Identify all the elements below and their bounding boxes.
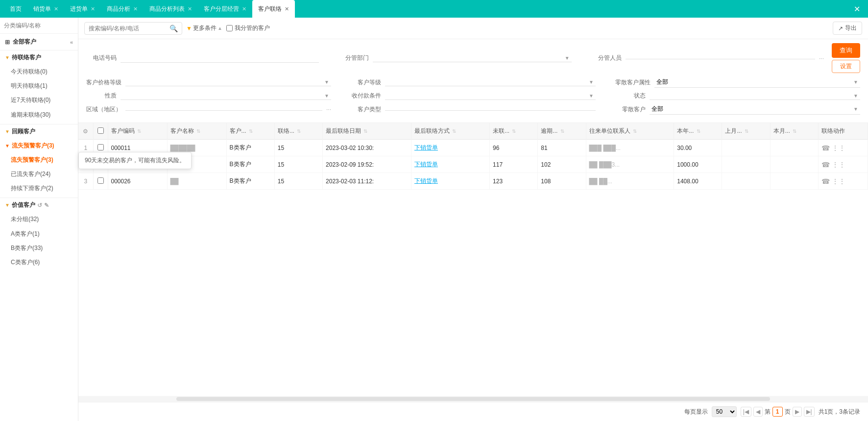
cell-date-0: 2023-03-02 10:30: [323, 140, 411, 156]
row-checkbox-0[interactable] [97, 144, 104, 150]
filter-manager-select[interactable] [626, 57, 815, 59]
window-close-button[interactable]: ✕ [850, 4, 864, 14]
cell-type-1: B类客户 [226, 156, 274, 173]
arrow-icon-value: ▼ [5, 202, 10, 208]
tab-home[interactable]: 首页 [4, 0, 27, 18]
filter-customer-type-select[interactable] [385, 108, 596, 111]
row-checkbox-2[interactable] [97, 177, 104, 184]
sidebar-search-input[interactable] [4, 22, 77, 29]
filter-nature-select[interactable]: ▼ [121, 92, 331, 100]
per-page-select[interactable]: 50 100 200 [712, 406, 737, 417]
export-button[interactable]: ↗ 导出 [833, 22, 862, 35]
toolbar-search-icon[interactable]: 🔍 [169, 25, 178, 32]
tab-customer-tier[interactable]: 客户分层经营 ✕ [198, 0, 252, 18]
sidebar-item-overdue[interactable]: 逾期未联络(30) [0, 108, 78, 122]
sidebar-item-c-class[interactable]: C类客户(6) [0, 255, 78, 270]
filter-status-label: 状态 [615, 92, 650, 100]
filter-price-grade-select[interactable]: ▼ [125, 78, 331, 86]
sort-type-icon[interactable]: ⇅ [249, 128, 253, 134]
sidebar-section-value[interactable]: ▼ 价值客户 ↺ ✎ [0, 198, 78, 212]
action-more-icon-2[interactable]: ⋮⋮ [832, 177, 845, 185]
action-more-icon-0[interactable]: ⋮⋮ [832, 144, 845, 152]
sidebar-item-week[interactable]: 近7天待联络(0) [0, 93, 78, 107]
action-more-icon-1[interactable]: ⋮⋮ [832, 161, 845, 169]
filter-phone-input[interactable] [121, 53, 319, 63]
filter-retail-select[interactable]: 全部 ▼ [650, 104, 860, 115]
sidebar-section-pending[interactable]: ▼ 待联络客户 [0, 50, 78, 65]
query-button[interactable]: 查询 [832, 43, 860, 58]
sidebar-item-tomorrow[interactable]: 明天待联络(1) [0, 79, 78, 93]
tab-purchase-close[interactable]: ✕ [91, 6, 95, 12]
th-last-contact-date: 最后联络日期 ⇅ [323, 123, 411, 140]
filter-retail-attr-label: 零散客户属性 [615, 78, 654, 87]
sidebar-section-churn[interactable]: ▼ 流失预警客户(3) [0, 139, 78, 153]
sort-overdue-icon[interactable]: ⇅ [560, 128, 564, 134]
toolbar-search-input[interactable] [89, 25, 169, 32]
link-contact-way-2[interactable]: 下销货单 [414, 177, 438, 184]
value-edit-icon[interactable]: ✎ [44, 202, 49, 209]
tab-sales-close[interactable]: ✕ [54, 6, 58, 12]
filter-price-grade-label: 客户价格等级 [86, 78, 125, 87]
my-customers-check[interactable] [226, 25, 233, 31]
scrollbar-track[interactable] [176, 397, 770, 401]
filter-status-select[interactable]: ▼ [650, 92, 860, 100]
sidebar-item-churn-warning[interactable]: 流失预警客户(3) [0, 153, 78, 167]
tab-analysis-list[interactable]: 商品分析列表 ✕ [144, 0, 198, 18]
customer-grade-chevron-icon: ▼ [589, 79, 594, 85]
sort-unitcontact-icon[interactable]: ⇅ [633, 128, 637, 134]
settings-button[interactable]: 设置 [832, 60, 860, 73]
sort-code-icon[interactable]: ⇅ [137, 128, 141, 134]
filter-region-dots[interactable]: ··· [326, 106, 331, 113]
filter-payment-select[interactable]: ▼ [385, 92, 596, 100]
sort-thismonth-icon[interactable]: ⇅ [793, 128, 796, 134]
tab-customer-contact-close[interactable]: ✕ [285, 6, 289, 12]
my-customers-label: 我分管的客户 [235, 24, 270, 32]
dept-chevron-icon: ▼ [565, 55, 570, 61]
sort-thisyear-icon[interactable]: ⇅ [697, 128, 700, 134]
sidebar-item-already-churned[interactable]: 已流失客户(24) [0, 167, 78, 181]
sort-contact-icon[interactable]: ⇅ [297, 128, 301, 134]
sort-lastmonth-icon[interactable]: ⇅ [745, 128, 748, 134]
filter-region-select[interactable] [125, 108, 322, 111]
page-last-button[interactable]: ▶| [804, 407, 815, 417]
sidebar-item-ungroup[interactable]: 未分组(32) [0, 212, 78, 226]
sort-date-icon[interactable]: ⇅ [363, 128, 367, 134]
page-prev-button[interactable]: ◀ [753, 407, 763, 417]
sidebar-item-today[interactable]: 今天待联络(0) [0, 65, 78, 79]
sort-way-icon[interactable]: ⇅ [452, 128, 456, 134]
collapse-icon[interactable]: « [70, 39, 73, 45]
sidebar-item-b-class[interactable]: B类客户(33) [0, 241, 78, 255]
action-contact-icon-1[interactable]: ☎ [821, 161, 830, 169]
sidebar-item-declining[interactable]: 持续下滑客户(2) [0, 181, 78, 196]
tab-sales[interactable]: 销货单 ✕ [27, 0, 64, 18]
sidebar-all-customers[interactable]: ⊞ 全部客户 « [0, 34, 78, 50]
sort-name-icon[interactable]: ⇅ [196, 128, 200, 134]
sidebar-item-a-class[interactable]: A类客户(1) [0, 227, 78, 241]
tab-customer-contact[interactable]: 客户联络 ✕ [252, 0, 295, 18]
sidebar-section-review[interactable]: ▼ 回顾客户 [0, 124, 78, 139]
my-customers-checkbox[interactable]: 我分管的客户 [226, 24, 270, 32]
link-contact-way-0[interactable]: 下销货单 [414, 144, 438, 151]
tab-purchase[interactable]: 进货单 ✕ [64, 0, 101, 18]
select-all-checkbox[interactable] [97, 127, 104, 134]
tab-analysis-list-close[interactable]: ✕ [188, 6, 192, 12]
horizontal-scrollbar[interactable] [78, 396, 868, 402]
tab-analysis[interactable]: 商品分析 ✕ [101, 0, 144, 18]
filter-manager-dots[interactable]: ··· [819, 55, 824, 62]
tab-customer-tier-close[interactable]: ✕ [242, 6, 246, 12]
value-refresh-icon[interactable]: ↺ [37, 202, 42, 209]
page-first-button[interactable]: |◀ [741, 407, 751, 417]
filter-price-grade: 客户价格等级 ▼ [86, 78, 331, 87]
sort-notcontacted-icon[interactable]: ⇅ [512, 128, 516, 134]
link-contact-way-1[interactable]: 下销货单 [414, 161, 438, 168]
page-next-button[interactable]: ▶ [793, 407, 802, 417]
action-contact-icon-0[interactable]: ☎ [821, 144, 830, 152]
filter-retail-attr-select[interactable]: 全部 ▼ [654, 77, 860, 88]
more-conditions-button[interactable]: ▼ 更多条件 ▲ [186, 24, 222, 32]
tab-analysis-close[interactable]: ✕ [133, 6, 138, 12]
filter-customer-grade-select[interactable]: ▼ [385, 78, 596, 86]
settings-gear-icon[interactable]: ⚙ [83, 128, 88, 135]
action-contact-icon-2[interactable]: ☎ [821, 177, 830, 185]
filter-dept-select[interactable]: ▼ [373, 54, 571, 62]
cell-unit-contact-0: ███ ███... [586, 140, 674, 156]
